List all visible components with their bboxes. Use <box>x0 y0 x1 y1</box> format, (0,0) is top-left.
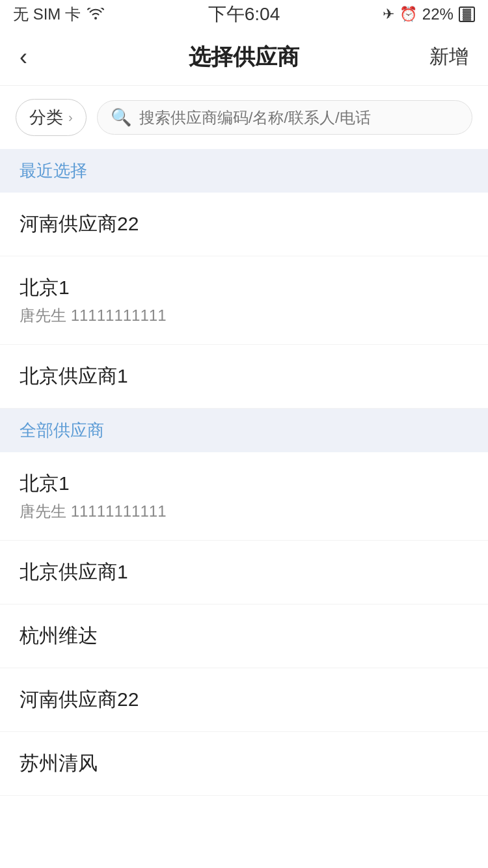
supplier-list: 最近选择河南供应商22北京1唐先生 11111111111北京供应商1全部供应商… <box>0 149 488 796</box>
section-header-recent: 最近选择 <box>0 149 488 193</box>
battery-label: 22% <box>422 5 454 23</box>
chevron-right-icon: › <box>68 110 73 125</box>
page-title: 选择供应商 <box>189 42 299 72</box>
search-input[interactable] <box>139 109 459 127</box>
list-item[interactable]: 北京供应商1 <box>0 541 488 604</box>
time-label: 下午6:04 <box>208 2 280 27</box>
list-item[interactable]: 苏州清风 <box>0 732 488 796</box>
wifi-icon <box>87 5 104 23</box>
item-name: 北京1 <box>20 470 468 497</box>
item-name: 北京供应商1 <box>20 559 468 586</box>
item-name: 苏州清风 <box>20 750 468 777</box>
status-right: ✈ ⏰ 22% ▓ <box>383 5 475 23</box>
item-contact: 唐先生 11111111111 <box>20 305 468 326</box>
search-box: 🔍 <box>97 100 472 135</box>
item-name: 北京供应商1 <box>20 363 468 390</box>
category-label: 分类 <box>29 106 63 129</box>
item-contact: 唐先生 11111111111 <box>20 501 468 522</box>
back-button[interactable]: ‹ <box>20 44 59 71</box>
list-item[interactable]: 北京供应商1 <box>0 345 488 409</box>
alarm-icon: ⏰ <box>400 6 417 23</box>
list-item[interactable]: 河南供应商22 <box>0 193 488 256</box>
section-header-all: 全部供应商 <box>0 409 488 452</box>
filter-bar: 分类 › 🔍 <box>0 86 488 149</box>
status-left: 无 SIM 卡 <box>13 4 104 25</box>
carrier-label: 无 SIM 卡 <box>13 4 81 25</box>
status-bar: 无 SIM 卡 下午6:04 ✈ ⏰ 22% ▓ <box>0 0 488 29</box>
list-item[interactable]: 北京1唐先生 11111111111 <box>0 452 488 541</box>
add-button[interactable]: 新增 <box>429 44 468 70</box>
list-item[interactable]: 北京1唐先生 11111111111 <box>0 256 488 345</box>
search-icon: 🔍 <box>111 107 131 128</box>
list-item[interactable]: 河南供应商22 <box>0 668 488 732</box>
battery-icon: ▓ <box>459 7 475 22</box>
location-icon: ✈ <box>383 6 394 23</box>
item-name: 北京1 <box>20 275 468 301</box>
item-name: 杭州维达 <box>20 623 468 649</box>
item-name: 河南供应商22 <box>20 211 468 237</box>
category-button[interactable]: 分类 › <box>16 99 87 136</box>
item-name: 河南供应商22 <box>20 686 468 713</box>
nav-bar: ‹ 选择供应商 新增 <box>0 29 488 86</box>
list-item[interactable]: 杭州维达 <box>0 604 488 668</box>
